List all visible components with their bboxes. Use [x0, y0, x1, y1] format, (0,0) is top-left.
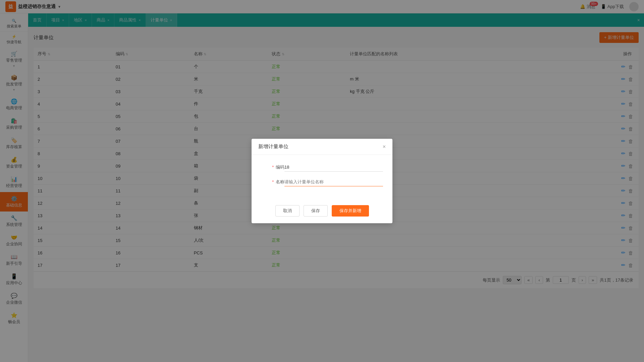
- modal-close-button[interactable]: ×: [383, 144, 386, 149]
- save-button[interactable]: 保存: [304, 205, 328, 217]
- code-label: * 编码: [261, 164, 284, 170]
- name-required-mark: *: [272, 179, 274, 184]
- code-input[interactable]: [284, 163, 383, 172]
- code-required-mark: *: [272, 165, 274, 170]
- modal-footer: 取消 保存 保存并新增: [252, 200, 392, 223]
- add-unit-modal: 新增计量单位 × * 编码 * 名称 取消 保存 保存并新增: [252, 139, 392, 223]
- code-form-row: * 编码: [261, 163, 383, 172]
- modal-header: 新增计量单位 ×: [252, 139, 392, 155]
- modal-body: * 编码 * 名称: [252, 155, 392, 200]
- name-input[interactable]: [284, 178, 383, 186]
- name-label: * 名称: [261, 179, 284, 185]
- modal-title: 新增计量单位: [258, 143, 288, 150]
- name-form-row: * 名称: [261, 178, 383, 186]
- save-and-new-button[interactable]: 保存并新增: [332, 205, 369, 217]
- modal-overlay: 新增计量单位 × * 编码 * 名称 取消 保存 保存并新增: [0, 0, 644, 362]
- cancel-button[interactable]: 取消: [275, 205, 300, 217]
